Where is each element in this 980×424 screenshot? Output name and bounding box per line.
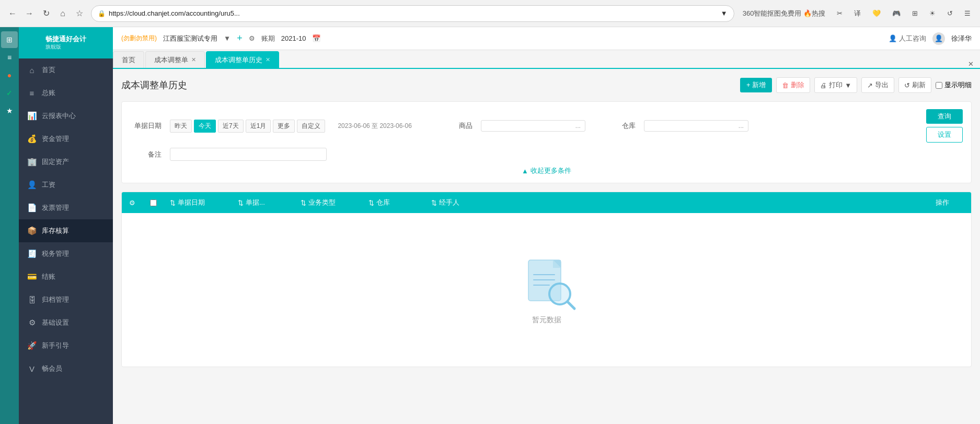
tab-home[interactable]: 首页 <box>113 51 144 68</box>
scissors-btn[interactable]: ✂ <box>833 7 847 19</box>
url-text: https://cloud.chanjet.com/accounting/uru… <box>109 9 718 17</box>
delete-btn[interactable]: 🗑 删除 <box>776 77 810 93</box>
display-cols-checkbox[interactable] <box>936 82 942 89</box>
company-dropdown-btn[interactable]: ▼ <box>224 34 230 42</box>
page-content: 成本调整单历史 + 新增 🗑 删除 🖨 打印 ▼ ↗ <box>113 69 980 424</box>
icon-bar-item-1[interactable]: ⊞ <box>1 31 18 48</box>
reports-icon: 📊 <box>27 111 37 121</box>
member-icon: V <box>27 364 37 373</box>
sidebar-item-salary[interactable]: 👤 工资 <box>19 173 113 196</box>
menu-btn[interactable]: ☰ <box>960 7 975 19</box>
customer-service-btn[interactable]: 👤 人工咨询 <box>889 34 926 43</box>
tab-cost-adjust-history-label: 成本调整单历史 <box>215 55 262 65</box>
tab-cost-adjust-history-close[interactable]: ✕ <box>266 56 270 63</box>
tab-cost-adjust-close[interactable]: ✕ <box>191 56 196 63</box>
settings-gear-btn[interactable]: ⚙ <box>249 34 255 42</box>
th-checkbox[interactable] <box>143 199 164 206</box>
warehouse-select[interactable]: ... <box>644 120 748 132</box>
sidebar-item-checkout[interactable]: 💳 结账 <box>19 265 113 288</box>
sidebar: 畅捷通好会计 旗舰版 ⌂ 首页 ≡ 总账 📊 云报表中心 💰 资金管理 🏢 固定… <box>19 27 113 424</box>
remark-input[interactable] <box>170 148 327 161</box>
th-date-label: 单据日期 <box>178 198 205 207</box>
svg-line-7 <box>568 302 574 309</box>
forward-button[interactable]: → <box>22 6 37 21</box>
sidebar-item-invoice[interactable]: 📄 发票管理 <box>19 196 113 219</box>
filter-settings-btn[interactable]: 设置 <box>926 127 963 143</box>
icon-bar-item-3[interactable]: ● <box>1 67 18 84</box>
company-warning: (勿删勿禁用) <box>121 34 157 43</box>
brightness-btn[interactable]: ☀ <box>925 7 940 19</box>
sort-icon-person: ⇅ <box>431 199 437 207</box>
bookmark-button[interactable]: ☆ <box>72 6 87 21</box>
home-button[interactable]: ⌂ <box>55 6 70 21</box>
salary-icon: 👤 <box>27 180 37 190</box>
collapse-btn[interactable]: ▲ 收起更多条件 <box>130 166 963 175</box>
date-btn-more[interactable]: 更多 <box>273 120 295 133</box>
sidebar-label-funds: 资金管理 <box>42 134 69 144</box>
grid-btn[interactable]: ⊞ <box>908 7 922 19</box>
icon-bar-item-5[interactable]: ★ <box>1 102 18 119</box>
product-select[interactable]: ... <box>481 120 585 132</box>
sidebar-item-reports[interactable]: 📊 云报表中心 <box>19 104 113 127</box>
th-warehouse[interactable]: ⇅ 仓库 <box>362 198 425 207</box>
sidebar-item-tax[interactable]: 🧾 税务管理 <box>19 242 113 265</box>
th-ops: 操作 <box>929 198 971 207</box>
date-btn-7days[interactable]: 近7天 <box>218 120 244 133</box>
close-all-tabs-btn[interactable]: ✕ <box>962 60 980 68</box>
tab-cost-adjust-history[interactable]: 成本调整单历史 ✕ <box>206 51 279 68</box>
th-num[interactable]: ⇅ 单据... <box>232 198 294 207</box>
select-all-checkbox[interactable] <box>150 199 157 206</box>
page-title: 成本调整单历史 <box>121 79 187 91</box>
th-date[interactable]: ⇅ 单据日期 <box>164 198 232 207</box>
date-buttons: 昨天 今天 近7天 近1月 更多 自定义 <box>170 120 325 133</box>
display-cols-label[interactable]: 显示明细 <box>936 80 972 90</box>
refresh-btn[interactable]: ↺ 刷新 <box>898 77 931 93</box>
export-btn[interactable]: ↗ 导出 <box>861 77 894 93</box>
inventory-icon: 📦 <box>27 226 37 235</box>
sidebar-item-inventory[interactable]: 📦 库存核算 <box>19 219 113 242</box>
tab-cost-adjust[interactable]: 成本调整单 ✕ <box>145 51 205 68</box>
icon-bar-item-4[interactable]: ✓ <box>1 85 18 101</box>
date-btn-yesterday[interactable]: 昨天 <box>170 120 192 133</box>
print-btn[interactable]: 🖨 打印 ▼ <box>814 77 857 93</box>
game-btn[interactable]: 🎮 <box>888 7 905 19</box>
sidebar-item-archive[interactable]: 🗄 归档管理 <box>19 288 113 311</box>
app-header: (勿删勿禁用) 江西服宝测试专用 ▼ + ⚙ 账期 2021-10 📅 👤 人工… <box>113 27 980 50</box>
date-btn-1month[interactable]: 近1月 <box>246 120 271 133</box>
wallet-btn[interactable]: 💛 <box>868 7 885 19</box>
th-person[interactable]: ⇅ 经手人 <box>425 198 488 207</box>
add-company-btn[interactable]: + <box>237 33 243 44</box>
export-icon: ↗ <box>867 81 873 89</box>
tab-home-label: 首页 <box>122 55 135 65</box>
sidebar-item-member[interactable]: V 畅会员 <box>19 357 113 380</box>
calendar-btn[interactable]: 📅 <box>312 34 321 42</box>
reload-button[interactable]: ↻ <box>39 6 53 21</box>
new-btn[interactable]: + 新增 <box>740 78 772 92</box>
sidebar-item-guide[interactable]: 🚀 新手引导 <box>19 334 113 357</box>
search-tool-btn[interactable]: 360智能抠图免费用 🔥热搜 <box>739 7 829 20</box>
th-type[interactable]: ⇅ 业务类型 <box>294 198 362 207</box>
collapse-label: 收起更多条件 <box>531 166 571 175</box>
date-btn-custom[interactable]: 自定义 <box>297 120 325 133</box>
sidebar-item-fixed-assets[interactable]: 🏢 固定资产 <box>19 150 113 173</box>
data-table: ⚙ ⇅ 单据日期 ⇅ 单据... ⇅ <box>121 192 972 367</box>
sidebar-item-funds[interactable]: 💰 资金管理 <box>19 127 113 150</box>
sidebar-item-ledger[interactable]: ≡ 总账 <box>19 81 113 104</box>
date-btn-today[interactable]: 今天 <box>194 120 216 133</box>
translate-btn[interactable]: 译 <box>850 7 865 20</box>
username: 徐泽华 <box>951 34 972 43</box>
th-settings[interactable]: ⚙ <box>122 199 143 207</box>
history-btn[interactable]: ↺ <box>943 7 957 19</box>
sidebar-item-home[interactable]: ⌂ 首页 <box>19 58 113 81</box>
period-label: 账期 <box>261 34 275 43</box>
icon-bar-item-2[interactable]: ≡ <box>1 49 18 66</box>
sidebar-item-settings[interactable]: ⚙ 基础设置 <box>19 311 113 334</box>
sidebar-label-archive: 归档管理 <box>42 295 69 304</box>
empty-svg <box>521 255 578 312</box>
back-button[interactable]: ← <box>5 6 20 21</box>
query-btn[interactable]: 查询 <box>926 109 963 124</box>
sidebar-label-reports: 云报表中心 <box>42 111 76 121</box>
address-bar[interactable]: 🔒 https://cloud.chanjet.com/accounting/u… <box>91 5 734 22</box>
refresh-icon: ↺ <box>904 81 910 89</box>
guide-icon: 🚀 <box>27 341 37 350</box>
